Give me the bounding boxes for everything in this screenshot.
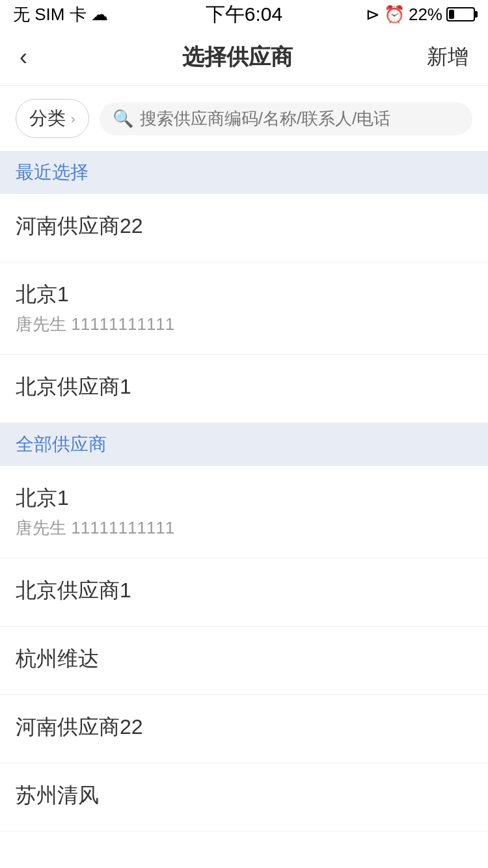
item-name: 北京1 — [16, 484, 472, 513]
status-time: 下午6:04 — [206, 1, 282, 28]
item-sub: 唐先生 11111111111 — [16, 313, 472, 336]
list-item[interactable]: 杭州维达 — [0, 627, 488, 695]
category-button[interactable]: 分类 › — [16, 99, 89, 138]
nav-bar: ‹ 选择供应商 新增 — [0, 29, 488, 86]
page-title: 选择供应商 — [182, 42, 293, 72]
item-name: 河南供应商22 — [16, 713, 472, 742]
item-sub: 唐先生 11111111111 — [16, 517, 472, 539]
search-input-wrap: 🔍 — [100, 102, 472, 135]
battery-icon — [446, 7, 475, 21]
status-left: 无 SIM 卡 ☁ — [13, 3, 108, 26]
all-section-label: 全部供应商 — [16, 434, 107, 454]
item-name: 河南供应商22 — [16, 212, 472, 241]
search-input[interactable] — [140, 109, 459, 129]
status-bar: 无 SIM 卡 ☁ 下午6:04 ⊳ ⏰ 22% — [0, 0, 488, 29]
no-sim-text: 无 SIM 卡 ☁ — [13, 3, 108, 26]
item-name: 北京供应商1 — [16, 576, 472, 605]
list-item[interactable]: 北京供应商1 — [0, 558, 488, 627]
all-list: 北京1唐先生 11111111111北京供应商1杭州维达河南供应商22苏州清风 — [0, 466, 488, 832]
list-item[interactable]: 苏州清风 — [0, 763, 488, 832]
location-icon: ⊳ — [366, 5, 380, 25]
list-item[interactable]: 北京1唐先生 11111111111 — [0, 466, 488, 558]
list-item[interactable]: 北京1唐先生 11111111111 — [0, 262, 488, 355]
recent-section-header: 最近选择 — [0, 151, 488, 194]
back-button[interactable]: ‹ — [20, 44, 59, 71]
search-bar: 分类 › 🔍 — [0, 86, 488, 151]
chevron-right-icon: › — [71, 111, 75, 126]
search-icon: 🔍 — [113, 109, 133, 129]
item-name: 北京供应商1 — [16, 373, 472, 401]
recent-list: 河南供应商22北京1唐先生 11111111111北京供应商1 — [0, 194, 488, 423]
item-name: 苏州清风 — [16, 781, 472, 810]
category-label: 分类 — [29, 106, 66, 131]
item-name: 北京1 — [16, 280, 472, 309]
list-item[interactable]: 河南供应商22 — [0, 194, 488, 262]
all-section-header: 全部供应商 — [0, 423, 488, 466]
item-name: 杭州维达 — [16, 645, 472, 673]
recent-section-label: 最近选择 — [16, 162, 88, 182]
list-item[interactable]: 北京供应商1 — [0, 355, 488, 423]
battery-percent: 22% — [409, 5, 442, 25]
add-button[interactable]: 新增 — [416, 43, 468, 72]
alarm-icon: ⏰ — [384, 5, 405, 25]
list-item[interactable]: 河南供应商22 — [0, 695, 488, 763]
status-right: ⊳ ⏰ 22% — [366, 5, 475, 25]
